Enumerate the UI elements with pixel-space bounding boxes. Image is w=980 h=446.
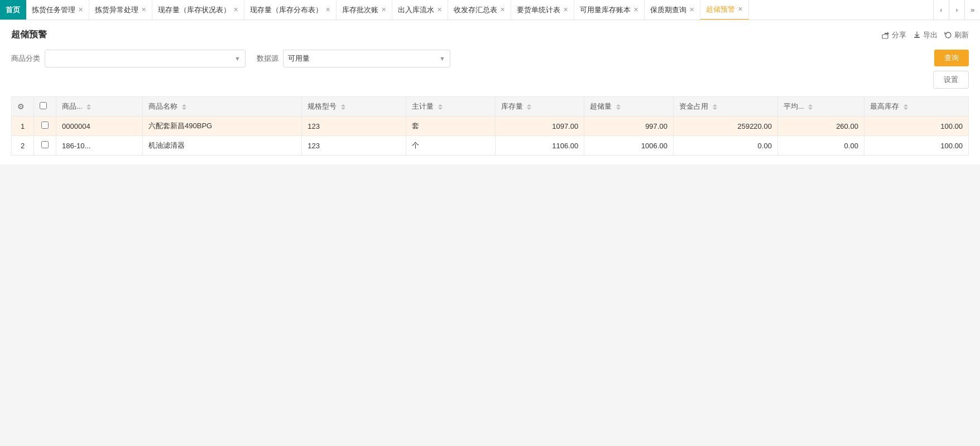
close-icon-batch[interactable]: ✕	[381, 6, 386, 13]
nav-label-inventory-status: 现存量（库存状况表）	[158, 5, 230, 15]
nav-bar: 首页 拣货任务管理 ✕ 拣货异常处理 ✕ 现存量（库存状况表） ✕ 现存量（库存…	[0, 0, 980, 20]
nav-arrows: ‹ › »	[933, 0, 980, 20]
nav-item-task-mgmt[interactable]: 拣货任务管理 ✕	[26, 0, 89, 20]
filter-right: 查询 设置	[933, 50, 969, 89]
filter-category-item: 商品分类 ▼	[11, 50, 246, 67]
table-header: ⚙ 商品... 商品名称	[12, 97, 969, 117]
close-icon-inventory-dist[interactable]: ✕	[325, 6, 330, 13]
th-max-inventory[interactable]: 最高库存	[864, 97, 968, 117]
cell-inventory-0: 1097.00	[495, 117, 584, 136]
nav-item-available[interactable]: 可用量库存账本 ✕	[574, 0, 645, 20]
nav-label-inout: 出入库流水	[398, 5, 434, 15]
close-icon-available[interactable]: ✕	[633, 6, 638, 13]
th-inventory[interactable]: 库存量	[495, 97, 584, 117]
th-capital[interactable]: 资金占用	[673, 97, 777, 117]
chevron-right-icon: ›	[955, 6, 958, 14]
th-spec[interactable]: 规格型号	[302, 97, 406, 117]
close-icon-inout[interactable]: ✕	[437, 6, 442, 13]
sort-icon-overstock	[616, 104, 621, 110]
th-spec-label: 规格型号	[308, 102, 337, 110]
th-product-code[interactable]: 商品...	[56, 97, 143, 117]
nav-item-summary[interactable]: 收发存汇总表 ✕	[448, 0, 511, 20]
row-checkbox-1[interactable]	[41, 141, 49, 148]
query-button[interactable]: 查询	[934, 50, 969, 66]
th-product-name-label: 商品名称	[148, 102, 177, 110]
cell-capital-1: 0.00	[673, 136, 777, 156]
row-checkbox-0[interactable]	[41, 122, 49, 129]
cell-index-1: 2	[12, 136, 34, 156]
nav-item-overstock[interactable]: 超储预警 ✕	[700, 0, 749, 20]
close-icon-overstock[interactable]: ✕	[738, 6, 743, 13]
expand-icon: »	[971, 6, 974, 14]
header-actions: 分享 导出 刷新	[882, 30, 969, 40]
th-overstock[interactable]: 超储量	[584, 97, 674, 117]
page-title: 超储预警	[11, 29, 47, 41]
cell-spec-0: 123	[302, 117, 406, 136]
cell-max-inventory-0: 100.00	[864, 117, 968, 136]
sort-icon-capital	[713, 104, 717, 110]
cell-checkbox-1	[34, 136, 56, 156]
nav-prev-button[interactable]: ‹	[933, 0, 949, 20]
th-capital-label: 资金占用	[679, 102, 708, 110]
nav-label-batch: 库存批次账	[342, 5, 378, 15]
filter-datasource-label: 数据源	[257, 54, 278, 64]
nav-item-abnormal[interactable]: 拣货异常处理 ✕	[89, 0, 152, 20]
settings-button[interactable]: 设置	[933, 71, 969, 89]
sort-icon-unit	[438, 104, 443, 110]
select-all-checkbox[interactable]	[40, 102, 47, 109]
th-avg-label: 平均...	[784, 102, 804, 110]
nav-label-summary: 收发存汇总表	[454, 5, 497, 15]
close-icon-task-mgmt[interactable]: ✕	[78, 6, 83, 13]
table-row: 1 0000004 六配套新昌490BPG 123 套 1097.00 997.…	[12, 117, 969, 136]
page-container: 超储预警 分享 导出 刷新	[0, 20, 980, 164]
close-icon-inventory-status[interactable]: ✕	[233, 6, 238, 13]
cell-avg-0: 260.00	[777, 117, 864, 136]
nav-label-task-mgmt: 拣货任务管理	[32, 5, 75, 15]
filter-category-select[interactable]: ▼	[45, 50, 246, 67]
sort-icon-avg	[808, 104, 813, 110]
th-avg[interactable]: 平均...	[777, 97, 864, 117]
refresh-button[interactable]: 刷新	[944, 30, 969, 40]
th-settings: ⚙	[12, 97, 34, 117]
header-row: ⚙ 商品... 商品名称	[12, 97, 969, 117]
th-inventory-label: 库存量	[501, 102, 523, 110]
close-icon-summary[interactable]: ✕	[500, 6, 505, 13]
close-icon-shelf-life[interactable]: ✕	[689, 6, 694, 13]
nav-item-inventory-status[interactable]: 现存量（库存状况表） ✕	[152, 0, 244, 20]
filter-datasource-select[interactable]: 可用量 ▼	[283, 50, 450, 67]
close-icon-abnormal[interactable]: ✕	[141, 6, 146, 13]
th-unit[interactable]: 主计量	[406, 97, 496, 117]
page-header: 超储预警 分享 导出 刷新	[11, 29, 969, 41]
export-button[interactable]: 导出	[913, 30, 938, 40]
filter-section: 商品分类 ▼ 数据源 可用量 ▼ 查询 设置	[11, 50, 969, 89]
close-icon-order-stats[interactable]: ✕	[563, 6, 568, 13]
table-body: 1 0000004 六配套新昌490BPG 123 套 1097.00 997.…	[12, 117, 969, 156]
nav-item-inout[interactable]: 出入库流水 ✕	[392, 0, 448, 20]
sort-icon-max-inventory	[904, 104, 908, 110]
gear-icon[interactable]: ⚙	[17, 102, 25, 111]
nav-item-shelf-life[interactable]: 保质期查询 ✕	[645, 0, 700, 20]
nav-label-order-stats: 要货单统计表	[517, 5, 560, 15]
svg-rect-0	[882, 35, 888, 38]
cell-overstock-1: 1006.00	[584, 136, 674, 156]
nav-item-order-stats[interactable]: 要货单统计表 ✕	[511, 0, 574, 20]
nav-expand-button[interactable]: »	[964, 0, 980, 20]
cell-max-inventory-1: 100.00	[864, 136, 968, 156]
filter-datasource-item: 数据源 可用量 ▼	[257, 50, 450, 67]
cell-product-name-0: 六配套新昌490BPG	[143, 117, 302, 136]
cell-unit-0: 套	[406, 117, 496, 136]
nav-item-inventory-dist[interactable]: 现存量（库存分布表） ✕	[244, 0, 337, 20]
th-product-code-label: 商品...	[62, 102, 83, 110]
share-button[interactable]: 分享	[882, 30, 906, 40]
refresh-label: 刷新	[954, 30, 969, 40]
th-product-name[interactable]: 商品名称	[143, 97, 302, 117]
nav-home-label: 首页	[6, 5, 20, 15]
nav-home[interactable]: 首页	[0, 0, 26, 20]
sort-icon-inventory	[527, 104, 531, 110]
nav-next-button[interactable]: ›	[949, 0, 964, 20]
cell-capital-0: 259220.00	[673, 117, 777, 136]
nav-item-batch[interactable]: 库存批次账 ✕	[337, 0, 392, 20]
cell-overstock-0: 997.00	[584, 117, 674, 136]
nav-label-inventory-dist: 现存量（库存分布表）	[250, 5, 323, 15]
cell-product-code-0: 0000004	[56, 117, 143, 136]
